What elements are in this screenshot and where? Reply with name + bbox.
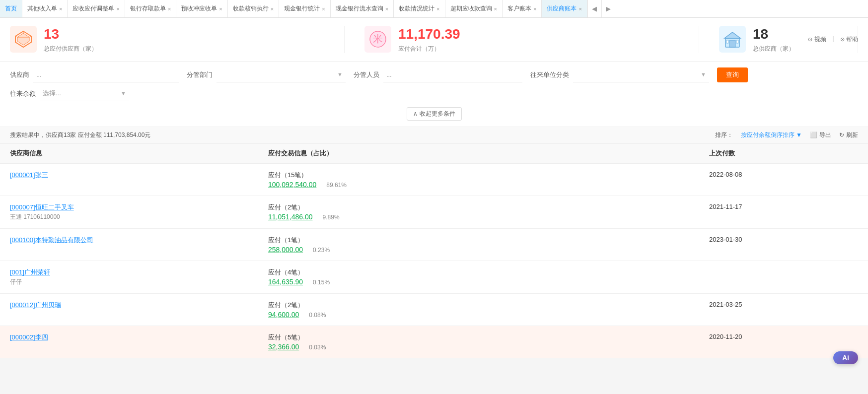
top-right-links: ⊙ 视频 丨 ⊙ 帮助 — [808, 35, 858, 44]
trans-amount-4[interactable]: 94,600.00 — [268, 311, 299, 319]
trans-amount-0[interactable]: 100,092,540.00 — [268, 181, 316, 189]
cell-lastpay-1: 2021-11-17 — [709, 203, 858, 210]
stat-info-payable-suppliers: 13 总应付供应商（家） — [44, 26, 97, 53]
nav-tab-11[interactable]: 供应商账本 × — [542, 0, 587, 18]
help-link[interactable]: ⊙ 帮助 — [840, 35, 858, 44]
stat-label-payable-suppliers: 总应付供应商（家） — [44, 45, 97, 53]
nav-tab-home[interactable]: 首页 — [0, 0, 22, 18]
table-row: [000002]李四 应付（5笔） 32,366.00 0.03% 2020-1… — [0, 326, 868, 358]
svg-marker-9 — [724, 32, 740, 38]
table-row: [001]广州荣轩 仔仔 应付（4笔） 164,635.90 0.15% — [0, 261, 868, 294]
col-header-transaction: 应付交易信息（占比） — [268, 149, 709, 158]
nav-tab-5[interactable]: 收款核销执行 × — [228, 0, 279, 18]
stat-block-payable-total: 米 11,170.39 应付合计（万） — [345, 26, 699, 53]
export-icon: ⬜ — [810, 131, 817, 138]
category-select[interactable]: ▼ — [573, 67, 709, 82]
cell-supplier-0: [000001]张三 — [10, 171, 268, 180]
supplier-link-1[interactable]: [000007]恒旺二手叉车 — [10, 203, 268, 212]
sort-dropdown[interactable]: 按应付余额倒序排序 ▼ — [741, 131, 802, 139]
filter-section: 供应商 分管部门 ▼ 分管人员 往来单位分类 ▼ 查询 往 — [0, 62, 868, 127]
cell-transaction-5: 应付（5笔） 32,366.00 0.03% — [268, 333, 709, 351]
trans-amount-2[interactable]: 258,000.00 — [268, 246, 303, 254]
supplier-input[interactable] — [33, 67, 179, 82]
trans-label-0: 应付（15笔） — [268, 171, 709, 180]
nav-prev-arrow[interactable]: ◀ — [587, 0, 601, 18]
nav-tab-11-label: 供应商账本 — [547, 4, 577, 13]
stat-icon-rice: 米 — [364, 26, 391, 53]
cell-lastpay-5: 2020-11-20 — [709, 333, 858, 340]
person-input[interactable] — [383, 67, 522, 82]
nav-tab-4[interactable]: 预收冲应收单 × — [176, 0, 227, 18]
balance-select[interactable]: 选择... ▼ — [40, 86, 129, 101]
nav-tab-10[interactable]: 客户账本 × — [503, 0, 542, 18]
top-navigation: 首页 其他收入单 × 应收应付调整单 × 银行存取款单 × 预收冲应收单 × 收… — [0, 0, 868, 18]
nav-tab-9-close[interactable]: × — [494, 6, 497, 12]
nav-tab-2[interactable]: 应收应付调整单 × — [68, 0, 125, 18]
supplier-table: 供应商信息 应付交易信息（占比） 上次付数 [000001]张三 应付（15笔）… — [0, 144, 868, 358]
stat-icon-shop — [719, 26, 746, 53]
nav-tab-10-close[interactable]: × — [533, 6, 536, 12]
supplier-link-4[interactable]: [000012]广州贝瑞 — [10, 301, 268, 310]
nav-tab-2-label: 应收应付调整单 — [72, 4, 114, 13]
stat-info-total-suppliers: 18 总供应商（家） — [753, 26, 795, 53]
stat-block-payable-suppliers: 13 总应付供应商（家） — [10, 26, 345, 53]
cell-transaction-2: 应付（1笔） 258,000.00 0.23% — [268, 236, 709, 254]
trans-amount-1[interactable]: 11,051,486.00 — [268, 213, 313, 221]
supplier-link-2[interactable]: [000100]本特勤油品有限公司 — [10, 236, 268, 245]
stat-label-total-suppliers: 总供应商（家） — [753, 45, 795, 53]
trans-label-1: 应付（2笔） — [268, 203, 709, 212]
nav-tab-5-label: 收款核销执行 — [233, 4, 269, 13]
sep-text: 丨 — [830, 35, 836, 44]
nav-tab-6[interactable]: 现金银行统计 × — [279, 0, 330, 18]
nav-tab-3-close[interactable]: × — [168, 6, 171, 12]
trans-amount-3[interactable]: 164,635.90 — [268, 278, 303, 286]
filter-item-person: 分管人员 — [354, 67, 522, 82]
dept-chevron-down-icon: ▼ — [337, 71, 343, 77]
dept-select[interactable]: ▼ — [217, 67, 346, 82]
supplier-link-3[interactable]: [001]广州荣轩 — [10, 268, 268, 277]
collapse-button[interactable]: ∧ 收起更多条件 — [407, 107, 462, 121]
cell-supplier-3: [001]广州荣轩 仔仔 — [10, 268, 268, 286]
nav-tab-4-close[interactable]: × — [219, 6, 222, 12]
filter-item-supplier: 供应商 — [10, 67, 179, 82]
nav-tab-6-close[interactable]: × — [322, 6, 325, 12]
cell-transaction-4: 应付（2笔） 94,600.00 0.08% — [268, 301, 709, 319]
trans-pct-1: 9.89% — [323, 214, 340, 221]
filter-item-balance: 往来余额 选择... ▼ — [10, 86, 179, 101]
filter-label-dept: 分管部门 — [187, 70, 213, 79]
nav-tab-9-label: 超期应收款查询 — [450, 4, 492, 13]
nav-tab-8[interactable]: 收款情况统计 × — [394, 0, 445, 18]
nav-tab-1-close[interactable]: × — [59, 6, 62, 12]
cell-lastpay-4: 2021-03-25 — [709, 301, 858, 308]
nav-tab-1[interactable]: 其他收入单 × — [22, 0, 68, 18]
nav-tab-5-close[interactable]: × — [271, 6, 274, 12]
svg-marker-1 — [17, 33, 29, 45]
cell-transaction-0: 应付（15笔） 100,092,540.00 89.61% — [268, 171, 709, 189]
trans-pct-5: 0.03% — [309, 344, 326, 351]
nav-tab-3[interactable]: 银行存取款单 × — [125, 0, 176, 18]
nav-tab-8-close[interactable]: × — [436, 6, 439, 12]
supplier-link-5[interactable]: [000002]李四 — [10, 333, 268, 342]
sort-prefix: 排序： — [715, 131, 733, 139]
nav-tab-7[interactable]: 现金银行流水查询 × — [331, 0, 394, 18]
chevron-up-icon: ∧ — [413, 110, 418, 117]
nav-tab-2-close[interactable]: × — [116, 6, 119, 12]
ai-badge[interactable]: Ai — [833, 351, 858, 358]
cell-supplier-5: [000002]李四 — [10, 333, 268, 342]
video-link[interactable]: ⊙ 视频 — [808, 35, 826, 44]
export-button[interactable]: ⬜ 导出 — [810, 131, 831, 139]
nav-tab-9[interactable]: 超期应收款查询 × — [445, 0, 503, 18]
cell-supplier-1: [000007]恒旺二手叉车 王通 17106110000 — [10, 203, 268, 221]
query-button[interactable]: 查询 — [717, 67, 748, 82]
table-row: [000001]张三 应付（15笔） 100,092,540.00 89.61%… — [0, 164, 868, 196]
supplier-link-0[interactable]: [000001]张三 — [10, 171, 268, 180]
nav-tab-8-label: 收款情况统计 — [399, 4, 434, 13]
nav-tab-7-close[interactable]: × — [385, 6, 388, 12]
nav-tab-1-label: 其他收入单 — [27, 4, 57, 13]
trans-amount-5[interactable]: 32,366.00 — [268, 343, 299, 351]
result-bar-right: 排序： 按应付余额倒序排序 ▼ ⬜ 导出 ↻ 刷新 — [715, 131, 858, 139]
nav-tab-11-close[interactable]: × — [579, 6, 581, 12]
refresh-button[interactable]: ↻ 刷新 — [839, 131, 858, 139]
nav-next-arrow[interactable]: ▶ — [601, 0, 615, 18]
stat-num-total-suppliers: 18 — [753, 26, 795, 43]
